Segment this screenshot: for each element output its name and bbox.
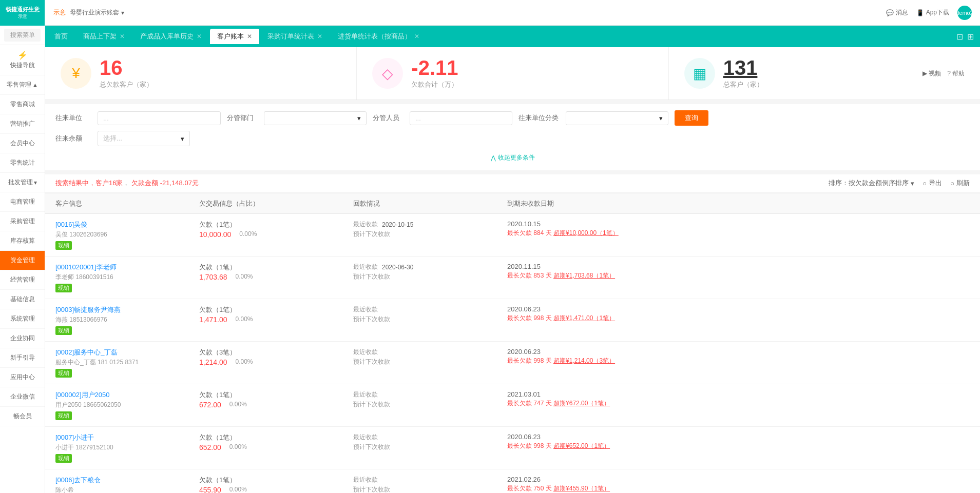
page-content: ¥ 16 总欠款客户（家） ◇ -2.11 欠款合计（万） ▦ 131 总客户（… <box>45 47 980 493</box>
sidebar-search-button[interactable]: 搜索菜单 <box>4 29 41 42</box>
topbar-dropdown-label: 母婴行业演示账套 <box>70 8 119 17</box>
table-row: [000002]用户2050 用户2050 18665062050 现销 欠款（… <box>45 384 980 427</box>
sidebar-item-system[interactable]: 系统管理 <box>0 309 45 329</box>
collapse-label: 收起更多条件 <box>498 153 535 162</box>
debt-count-4: 欠款（1笔） <box>199 390 353 400</box>
collapse-filter-button[interactable]: ⋀ 收起更多条件 <box>489 151 537 164</box>
tab-home[interactable]: 首页 <box>47 29 75 44</box>
col-header-debt: 欠交易信息（占比） <box>199 199 353 208</box>
sidebar-label-inventory: 库存核算 <box>4 236 41 245</box>
customer-name-0[interactable]: [0016]吴俊 <box>55 221 87 228</box>
sidebar-item-vip[interactable]: 畅会员 <box>0 407 45 426</box>
window-maximize-icon[interactable]: ⊞ <box>967 32 974 42</box>
due-cell-4: 2021.03.01 最长欠款 747 天 超期¥672.00（1笔） <box>507 390 970 408</box>
stat-total-customers-icon: ▦ <box>684 58 715 89</box>
debt-percent-5: 0.00% <box>229 443 247 450</box>
sidebar-label-basic: 基础信息 <box>4 295 41 304</box>
overdue-link-1[interactable]: 超期¥1,703.68（1笔） <box>553 272 615 279</box>
tab-product-shelf-close-icon[interactable]: ✕ <box>120 33 125 40</box>
filter-unit-type-select[interactable]: ▾ <box>566 111 668 125</box>
filter-dept-select[interactable]: ▾ <box>264 111 367 125</box>
recovery-cell-2: 最近收款 预计下次收款 <box>353 305 507 324</box>
overdue-link-5[interactable]: 超期¥652.00（1笔） <box>553 442 610 449</box>
customer-name-4[interactable]: [000002]用户2050 <box>55 391 110 399</box>
overdue-link-6[interactable]: 超期¥455.90（1笔） <box>553 485 610 492</box>
sidebar-item-ecom[interactable]: 电商管理 <box>0 192 45 212</box>
overdue-link-4[interactable]: 超期¥672.00（1笔） <box>553 400 610 407</box>
sidebar-item-finance[interactable]: 资金管理 <box>0 251 45 270</box>
topbar-brand: 示意 <box>53 8 66 17</box>
export-icon: ○ <box>923 180 927 187</box>
overdue-link-2[interactable]: 超期¥1,471.00（1笔） <box>553 314 615 322</box>
sidebar-label-purchase: 采购管理 <box>4 217 41 226</box>
sidebar-item-retail-mgmt[interactable]: 零售管理 ▲ <box>0 75 45 95</box>
help-button[interactable]: ? 帮助 <box>947 69 965 78</box>
sidebar-item-batch-mgmt[interactable]: 批发管理 ▾ <box>0 173 45 192</box>
customer-cell-1: [0001020001]李老师 李老师 18600391516 现销 <box>55 263 199 292</box>
customer-name-3[interactable]: [0002]服务中心_丁磊 <box>55 348 118 356</box>
filter-balance-arrow-icon: ▾ <box>181 135 184 143</box>
customer-name-6[interactable]: [0006]去下粮仓 <box>55 476 101 484</box>
filter-unit-type-label: 往来单位分类 <box>518 113 560 123</box>
sidebar-item-apps[interactable]: 应用中心 <box>0 368 45 387</box>
sidebar-label-guide: 新手引导 <box>4 353 41 362</box>
sidebar-label-quick-nav: 快捷导航 <box>4 61 41 70</box>
filter-balance-placeholder: 选择... <box>103 134 122 143</box>
app-download-button[interactable]: 📱 App下载 <box>916 8 949 17</box>
quick-nav-icon: ⚡ <box>4 50 41 60</box>
recovery-next-0: 预计下次收款 <box>353 230 507 239</box>
due-cell-0: 2020.10.15 最长欠款 884 天 超期¥10,000.00（1笔） <box>507 220 970 238</box>
debt-amount-3: 1,214.00 <box>199 358 227 366</box>
sidebar-item-member[interactable]: 会员中心 <box>0 134 45 153</box>
sidebar-label-finance: 资金管理 <box>4 256 41 265</box>
debt-count-2: 欠款（1笔） <box>199 305 353 314</box>
filter-search-button[interactable]: 查询 <box>675 110 708 126</box>
customer-name-2[interactable]: [0003]畅捷服务尹海燕 <box>55 306 121 313</box>
sidebar-item-basic[interactable]: 基础信息 <box>0 290 45 309</box>
sidebar-item-guide[interactable]: 新手引导 <box>0 348 45 368</box>
sidebar-item-inventory[interactable]: 库存核算 <box>0 231 45 251</box>
filter-person-input[interactable]: ... <box>410 111 512 125</box>
debt-amount-2: 1,471.00 <box>199 315 227 324</box>
tab-purchase-stats-close-icon[interactable]: ✕ <box>317 33 322 40</box>
sidebar-item-enterprise[interactable]: 企业协同 <box>0 329 45 348</box>
tab-incoming-stats[interactable]: 进货单统计表（按商品） ✕ <box>331 29 427 44</box>
overdue-text-4: 最长欠款 747 天 超期¥672.00（1笔） <box>507 399 970 408</box>
table-row: [0007]小进干 小进干 18279152100 现销 欠款（1笔） 652.… <box>45 427 980 469</box>
tab-customer-ledger[interactable]: 客户账本 ✕ <box>210 29 259 44</box>
table-row: [0016]吴俊 吴俊 13026203696 现销 欠款（1笔） 10,000… <box>45 214 980 257</box>
recovery-date-1: 2020-06-30 <box>382 264 413 271</box>
video-button[interactable]: ▶ 视频 <box>923 69 941 78</box>
window-restore-icon[interactable]: ⊡ <box>956 32 963 42</box>
customer-name-1[interactable]: [0001020001]李老师 <box>55 263 117 271</box>
tab-finished-goods-close-icon[interactable]: ✕ <box>197 33 202 40</box>
sidebar-item-ops[interactable]: 经营管理 <box>0 270 45 290</box>
sidebar-item-purchase[interactable]: 采购管理 <box>0 212 45 231</box>
avatar[interactable]: demo2 <box>957 6 972 20</box>
sidebar-item-marketing[interactable]: 营销推广 <box>0 114 45 134</box>
tab-customer-ledger-close-icon[interactable]: ✕ <box>247 33 252 40</box>
export-button[interactable]: ○ 导出 <box>923 179 942 188</box>
stat-overdue-customers-label: 总欠款客户（家） <box>100 80 153 89</box>
overdue-link-0[interactable]: 超期¥10,000.00（1笔） <box>553 229 619 236</box>
sidebar-item-wechat[interactable]: 企业微信 <box>0 387 45 407</box>
tab-purchase-stats[interactable]: 采购订单统计表 ✕ <box>260 29 330 44</box>
sidebar-item-retail-mall[interactable]: 零售商城 <box>0 95 45 114</box>
tab-incoming-stats-close-icon[interactable]: ✕ <box>414 33 419 40</box>
debt-percent-0: 0.00% <box>239 230 257 238</box>
customer-name-5[interactable]: [0007]小进干 <box>55 433 94 441</box>
customer-tag-5: 现销 <box>55 454 72 463</box>
overdue-link-3[interactable]: 超期¥1,214.00（3笔） <box>553 357 615 364</box>
tab-finished-goods[interactable]: 产成品入库单历史 ✕ <box>133 29 209 44</box>
filter-from-unit-input[interactable]: ... <box>98 111 221 125</box>
debt-cell-1: 欠款（1笔） 1,703.68 0.00% <box>199 263 353 281</box>
sidebar-item-quick-nav[interactable]: ⚡ 快捷导航 <box>0 45 45 75</box>
refresh-button[interactable]: ○ 刷新 <box>950 179 970 188</box>
tab-product-shelf[interactable]: 商品上下架 ✕ <box>76 29 132 44</box>
due-date-3: 2020.06.23 <box>507 348 970 356</box>
sort-dropdown[interactable]: 排序：按欠款金额倒序排序 ▾ <box>829 179 914 188</box>
message-button[interactable]: 💬 消息 <box>886 8 908 17</box>
sidebar-item-retail-stats[interactable]: 零售统计 <box>0 153 45 173</box>
topbar-dropdown[interactable]: 母婴行业演示账套 ▾ <box>70 8 124 17</box>
filter-balance-select[interactable]: 选择... ▾ <box>98 131 190 146</box>
